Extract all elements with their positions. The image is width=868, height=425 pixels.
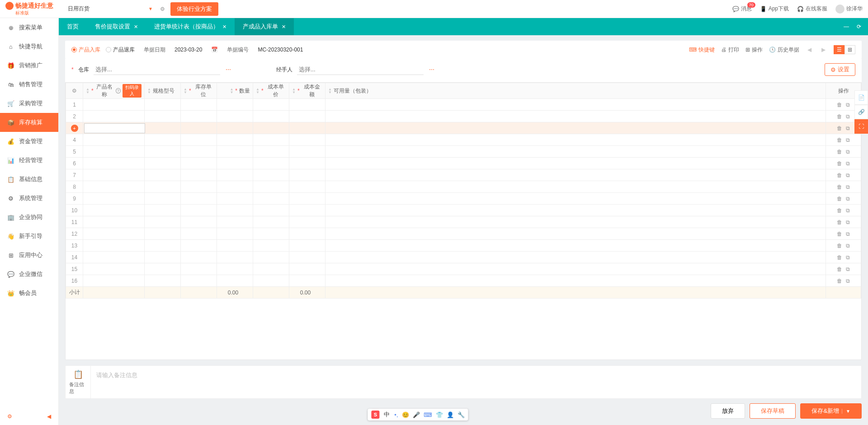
gear-icon[interactable]: ⚙ — [160, 6, 165, 12]
sidebar-item-12[interactable]: ⊞应用中心 — [0, 246, 58, 265]
copy-icon[interactable]: ⧉ — [846, 160, 850, 167]
app-download-button[interactable]: 📱 App下载 — [760, 5, 789, 13]
save-new-button[interactable]: 保存&新增 ▼ — [800, 403, 862, 419]
table-row[interactable]: 6🗑⧉ — [66, 158, 861, 169]
warehouse-more-icon[interactable]: ⋯ — [226, 66, 231, 73]
copy-icon[interactable]: ⧉ — [846, 184, 850, 190]
copy-icon[interactable]: ⧉ — [846, 231, 850, 237]
history-button[interactable]: 🕓 历史单据 — [769, 46, 799, 54]
user-menu[interactable]: 徐泽华 — [835, 5, 863, 14]
delete-icon[interactable]: 🗑 — [837, 266, 842, 272]
table-row[interactable]: 1🗑⧉ — [66, 99, 861, 111]
close-icon[interactable]: ✕ — [282, 24, 286, 30]
sidebar-item-7[interactable]: 📊经营管理 — [0, 151, 58, 170]
tab-0[interactable]: 首页 — [59, 18, 87, 35]
sidebar-item-8[interactable]: 📋基础信息 — [0, 170, 58, 189]
table-row[interactable]: 5🗑⧉ — [66, 146, 861, 158]
help-icon[interactable]: ? — [116, 88, 121, 93]
copy-icon[interactable]: ⧉ — [846, 254, 850, 261]
delete-icon[interactable]: 🗑 — [837, 125, 842, 131]
sidebar-item-2[interactable]: 🎁营销推广 — [0, 56, 58, 75]
close-icon[interactable]: ✕ — [222, 24, 226, 30]
close-icon[interactable]: ✕ — [134, 24, 138, 30]
save-draft-button[interactable]: 保存草稿 — [750, 403, 796, 419]
next-arrow-icon[interactable]: ▶ — [820, 47, 827, 53]
shortcut-button[interactable]: ⌨ 快捷键 — [689, 46, 715, 54]
copy-icon[interactable]: ⧉ — [846, 243, 850, 249]
radio-product-out[interactable]: 产品退库 — [106, 46, 135, 54]
settings-button[interactable]: ⚙ 设置 — [825, 63, 855, 76]
sidebar-item-1[interactable]: ⌂快捷导航 — [0, 37, 58, 56]
sidebar-settings-icon[interactable]: ⚙ — [7, 413, 12, 420]
copy-icon[interactable]: ⧉ — [846, 149, 850, 155]
calendar-icon[interactable]: 📅 — [211, 47, 218, 53]
sidebar-item-13[interactable]: 💬企业微信 — [0, 265, 58, 284]
try-solution-button[interactable]: 体验行业方案 — [170, 2, 218, 16]
sidebar-item-14[interactable]: 👑畅会员 — [0, 284, 58, 303]
messages-button[interactable]: 💬 消息 70 — [732, 5, 752, 13]
print-button[interactable]: 🖨 打印 — [721, 46, 739, 54]
col-unit[interactable]: 库存单位 — [193, 83, 214, 98]
product-name-input[interactable] — [84, 123, 145, 133]
col-qty[interactable]: 数量 — [239, 87, 250, 95]
table-row[interactable]: 15🗑⧉ — [66, 263, 861, 275]
ime-icon[interactable]: 👤 — [447, 411, 454, 418]
date-value[interactable]: 2023-03-20 — [175, 47, 202, 53]
delete-icon[interactable]: 🗑 — [837, 254, 842, 261]
table-row[interactable]: 14🗑⧉ — [66, 252, 861, 263]
handler-more-icon[interactable]: ⋯ — [429, 66, 434, 73]
table-row[interactable]: 12🗑⧉ — [66, 228, 861, 240]
copy-icon[interactable]: ⧉ — [846, 196, 850, 202]
remarks-input[interactable] — [91, 366, 861, 398]
table-row[interactable]: 8🗑⧉ — [66, 181, 861, 193]
sidebar-collapse-icon[interactable]: ◀ — [47, 413, 51, 420]
col-spec[interactable]: 规格型号 — [153, 87, 175, 95]
sidebar-item-11[interactable]: 👋新手引导 — [0, 227, 58, 246]
dock-button-1[interactable]: 📄 — [854, 90, 868, 105]
sidebar-item-9[interactable]: ⚙系统管理 — [0, 189, 58, 208]
copy-icon[interactable]: ⧉ — [846, 125, 850, 131]
tab-refresh-button[interactable]: ⟳ — [854, 21, 864, 32]
delete-icon[interactable]: 🗑 — [837, 207, 842, 214]
tab-2[interactable]: 进货单统计表（按商品）✕ — [146, 18, 235, 35]
delete-icon[interactable]: 🗑 — [837, 137, 842, 143]
view-grid-button[interactable]: ⊞ — [844, 45, 855, 54]
prev-arrow-icon[interactable]: ◀ — [806, 47, 813, 53]
delete-icon[interactable]: 🗑 — [837, 196, 842, 202]
copy-icon[interactable]: ⧉ — [846, 137, 850, 143]
add-row-icon[interactable]: + — [71, 125, 78, 132]
warehouse-input[interactable] — [94, 64, 220, 75]
delete-icon[interactable]: 🗑 — [837, 102, 842, 108]
table-row[interactable]: 16🗑⧉ — [66, 275, 861, 287]
ime-icon[interactable]: 👕 — [436, 411, 443, 418]
sidebar-item-10[interactable]: 🏢企业协同 — [0, 208, 58, 227]
table-row[interactable]: 2🗑⧉ — [66, 111, 861, 122]
table-row[interactable]: 9🗑⧉ — [66, 193, 861, 205]
dock-button-3[interactable]: ⛶ — [854, 119, 868, 134]
category-dropdown[interactable]: 日用百货 ▼ — [68, 5, 153, 13]
table-row[interactable]: 13🗑⧉ — [66, 240, 861, 252]
handler-input[interactable] — [297, 64, 424, 75]
ime-icon[interactable]: ⌨ — [424, 411, 432, 418]
tab-3[interactable]: 产成品入库单✕ — [235, 18, 294, 35]
delete-icon[interactable]: 🗑 — [837, 172, 842, 178]
operate-button[interactable]: ⊞ 操作 — [745, 46, 763, 54]
ime-icon[interactable]: 😊 — [402, 411, 409, 418]
ime-lang-label[interactable]: 中 — [384, 411, 390, 419]
table-row[interactable]: 11🗑⧉ — [66, 216, 861, 228]
online-service-button[interactable]: 🎧 在线客服 — [797, 5, 827, 13]
scan-input-badge[interactable]: 扫码录入 — [123, 84, 142, 98]
delete-icon[interactable]: 🗑 — [837, 278, 842, 284]
copy-icon[interactable]: ⧉ — [846, 113, 850, 120]
copy-icon[interactable]: ⧉ — [846, 172, 850, 178]
sidebar-item-6[interactable]: 💰资金管理 — [0, 132, 58, 151]
ime-icon[interactable]: 🎤 — [413, 411, 420, 418]
table-row[interactable]: 7🗑⧉ — [66, 169, 861, 181]
col-product-name[interactable]: 产品名称 — [95, 83, 114, 98]
ime-icon[interactable]: 🔧 — [458, 411, 465, 418]
tab-minimize-button[interactable]: — — [841, 21, 852, 32]
sidebar-item-3[interactable]: 🛍销售管理 — [0, 75, 58, 94]
sidebar-item-0[interactable]: ⊕搜索菜单 — [0, 18, 58, 37]
delete-icon[interactable]: 🗑 — [837, 160, 842, 167]
col-cost-price[interactable]: 成本单价 — [265, 83, 286, 98]
